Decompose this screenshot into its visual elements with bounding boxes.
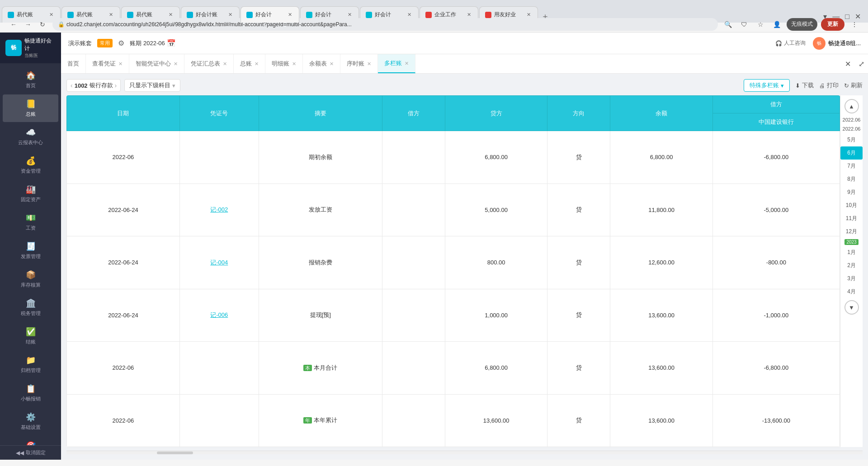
tab-multi-column-close[interactable]: ✕	[405, 61, 409, 66]
cell-extra: -6,800.00	[712, 131, 840, 184]
tab-smart-voucher-close[interactable]: ✕	[174, 61, 178, 67]
sidebar-item-ledger[interactable]: 📒 总账	[3, 94, 58, 122]
tab-close-3[interactable]: ✕	[167, 11, 174, 19]
refresh-button[interactable]: ↻ 刷新	[844, 81, 863, 89]
sidebar-item-archive[interactable]: 📁 归档管理	[3, 351, 58, 378]
sidebar-item-fixed-assets[interactable]: 🏭 固定资产	[3, 180, 58, 207]
cell-balance: 6,800.00	[610, 131, 712, 184]
tab-close-8[interactable]: ✕	[465, 11, 472, 19]
sidebar-item-salary[interactable]: 💵 工资	[3, 208, 58, 236]
tab-icon-9	[485, 12, 491, 18]
no-trace-button[interactable]: 无痕模式	[787, 18, 817, 31]
tab-close-1[interactable]: ✕	[47, 11, 55, 19]
tab-voucher-summary-close[interactable]: ✕	[223, 61, 227, 67]
cell-summary: 报销杂费	[259, 236, 382, 289]
user-menu[interactable]: 畅 畅捷通B组...	[813, 37, 861, 50]
menu-icon[interactable]: ⋮	[848, 18, 861, 31]
tab-sequence-ledger[interactable]: 序时账 ✕	[340, 54, 378, 73]
month-aug[interactable]: 8月	[840, 173, 863, 186]
month-oct[interactable]: 10月	[840, 199, 863, 212]
search-icon[interactable]: 🔍	[722, 18, 734, 31]
th-debit: 借方	[382, 96, 445, 131]
voucher-link[interactable]: 记-002	[210, 206, 228, 213]
sidebar-item-invoice[interactable]: 🧾 发票管理	[3, 237, 58, 264]
horizontal-scrollbar[interactable]	[66, 451, 863, 454]
month-sep[interactable]: 9月	[840, 186, 863, 199]
tab-detail-ledger-close[interactable]: ✕	[292, 61, 296, 67]
tab-smart-voucher[interactable]: 智能凭证中心 ✕	[129, 54, 184, 73]
sidebar-footer[interactable]: ◀◀ 取消固定	[0, 445, 61, 460]
tab-close-2[interactable]: ✕	[107, 11, 114, 19]
month-feb[interactable]: 2月	[840, 259, 863, 272]
scrollbar-thumb[interactable]	[157, 452, 193, 454]
address-bar[interactable]: 🔒 cloud2.chanjet.com/accounting/uh26t264…	[52, 18, 718, 31]
reload-button[interactable]: ↻	[36, 18, 49, 31]
company-tag[interactable]: 常用	[97, 39, 113, 47]
tab-voucher-summary[interactable]: 凭证汇总表 ✕	[184, 54, 234, 73]
tab-close-7[interactable]: ✕	[406, 11, 413, 19]
tab-panel-maximize-icon[interactable]: ⤢	[854, 57, 868, 71]
profile-icon[interactable]: 👤	[770, 18, 783, 31]
tab-balance-sheet[interactable]: 余额表 ✕	[303, 54, 340, 73]
sidebar-item-guide[interactable]: 🎯 新手引导	[3, 436, 58, 445]
month-jun[interactable]: 6月	[840, 146, 863, 160]
sidebar-item-capital[interactable]: 💰 资金管理	[3, 151, 58, 179]
year-2023-badge: 2023	[844, 239, 858, 245]
month-mar[interactable]: 3月	[840, 272, 863, 285]
print-button[interactable]: 🖨 打印	[819, 81, 839, 89]
tab-close-6[interactable]: ✕	[346, 11, 353, 19]
settings-gear-icon[interactable]: ⚙	[118, 39, 124, 47]
shield-icon[interactable]: 🛡	[738, 18, 750, 31]
logo-icon: 畅	[5, 40, 22, 56]
sidebar-item-settings[interactable]: ⚙️ 基础设置	[3, 408, 58, 435]
consult-button[interactable]: 🎧 人工咨询	[775, 39, 806, 47]
month-dec[interactable]: 12月	[840, 225, 863, 238]
browser-tab-5[interactable]: 好会计 ✕	[241, 6, 299, 23]
prev-account-button[interactable]: ‹	[71, 82, 73, 89]
tab-view-voucher[interactable]: 查看凭证 ✕	[86, 54, 129, 73]
month-may[interactable]: 5月	[840, 133, 863, 146]
star-icon[interactable]: ☆	[754, 18, 767, 31]
voucher-link[interactable]: 记-004	[210, 259, 228, 266]
table-row: 2022-06 本本月合计 6,800.00 贷 13,600.00 -6,80…	[67, 342, 840, 395]
special-account-button[interactable]: 特殊多栏账 ▾	[744, 79, 790, 92]
voucher-link[interactable]: 记-006	[210, 311, 228, 318]
sidebar-item-report[interactable]: ☁️ 云报表中心	[3, 123, 58, 151]
tab-balance-sheet-close[interactable]: ✕	[330, 61, 334, 67]
sidebar-item-home[interactable]: 🏠 首页	[3, 66, 58, 94]
calendar-icon[interactable]: 📅	[167, 39, 176, 47]
update-button[interactable]: 更新	[821, 18, 844, 31]
tab-home[interactable]: 首页	[61, 54, 86, 73]
tab-label-3: 易代账	[136, 11, 164, 19]
next-account-button[interactable]: ›	[115, 82, 117, 89]
tab-detail-ledger[interactable]: 明细账 ✕	[265, 54, 303, 73]
sidebar-item-close-period[interactable]: ✅ 结账	[3, 322, 58, 350]
summary-badge: 年	[303, 417, 312, 424]
download-button[interactable]: ⬇ 下载	[795, 81, 814, 89]
tab-view-voucher-close[interactable]: ✕	[118, 61, 123, 67]
tab-general-ledger[interactable]: 总账 ✕	[234, 54, 265, 73]
tab-window-actions: ✕ ⤢	[841, 57, 868, 71]
forward-button[interactable]: →	[22, 18, 34, 31]
tab-general-ledger-close[interactable]: ✕	[255, 61, 259, 67]
cell-voucher	[179, 394, 259, 447]
tab-close-9[interactable]: ✕	[525, 11, 532, 19]
month-nov[interactable]: 11月	[840, 212, 863, 225]
sub-account-filter[interactable]: 只显示下级科目 ▾	[124, 79, 180, 92]
sidebar-item-tax[interactable]: 🏛️ 税务管理	[3, 294, 58, 321]
scroll-up-button[interactable]: ▲	[844, 99, 859, 113]
month-apr[interactable]: 4月	[840, 285, 863, 298]
month-jan[interactable]: 1月	[840, 246, 863, 259]
back-button[interactable]: ←	[7, 18, 20, 31]
tab-sequence-ledger-close[interactable]: ✕	[367, 61, 371, 67]
sidebar-item-inventory[interactable]: 📦 库存核算	[3, 265, 58, 293]
sidebar-item-expense[interactable]: 📋 小畅报销	[3, 379, 58, 407]
home-icon: 🏠	[26, 71, 36, 80]
tab-close-4[interactable]: ✕	[226, 11, 234, 19]
month-jul[interactable]: 7月	[840, 160, 863, 173]
th-direction: 方向	[547, 96, 610, 131]
tab-panel-close-icon[interactable]: ✕	[841, 57, 854, 71]
tab-close-5[interactable]: ✕	[286, 11, 293, 19]
scroll-down-button[interactable]: ▼	[844, 300, 859, 315]
tab-multi-column[interactable]: 多栏账 ✕	[378, 54, 415, 73]
